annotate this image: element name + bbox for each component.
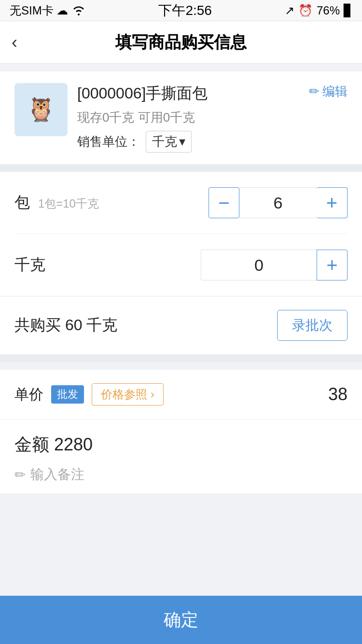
amount-section: 金额 2280 ✏ 输入备注 <box>0 420 362 493</box>
amount-label: 金额 2280 <box>14 434 93 454</box>
status-time: 下午2:56 <box>158 1 212 20</box>
product-unit-row: 销售单位： 千克 ▾ <box>77 131 348 153</box>
status-right: ↗ ⏰ 76% ▊ <box>285 4 352 17</box>
wifi-icon <box>72 6 85 15</box>
unit-label: 销售单位： <box>77 133 140 150</box>
record-batch-button[interactable]: 录批次 <box>277 310 348 341</box>
bao-label: 包 1包=10千克 <box>14 192 209 213</box>
price-reference-button[interactable]: 价格参照 › <box>92 383 164 406</box>
bao-quantity-control: − + <box>209 187 348 218</box>
bao-sublabel: 1包=10千克 <box>38 197 99 210</box>
bao-quantity-input[interactable] <box>239 187 317 218</box>
price-label: 单价 <box>14 385 43 405</box>
kg-label: 千克 <box>14 254 201 276</box>
chevron-down-icon: ▾ <box>179 134 185 149</box>
page-title: 填写商品购买信息 <box>115 31 247 54</box>
summary-text: 共购买 60 千克 <box>14 315 117 336</box>
nav-bar: ‹ 填写商品购买信息 <box>0 21 362 64</box>
section-separator <box>0 164 362 172</box>
bao-increase-button[interactable]: + <box>317 187 348 218</box>
location-icon: ↗ <box>285 4 294 17</box>
status-left: 无SIM卡 ☁ <box>10 3 85 18</box>
product-name: [0000006]手撕面包 <box>77 83 348 104</box>
kg-increase-button[interactable]: + <box>317 250 348 280</box>
note-row[interactable]: ✏ 输入备注 <box>14 465 348 484</box>
battery-level: 76% <box>317 4 340 17</box>
section-separator-2 <box>0 354 362 362</box>
unit-select[interactable]: 千克 ▾ <box>146 131 192 153</box>
input-section: 包 1包=10千克 − + 千克 + <box>0 172 362 296</box>
product-thumbnail: 🦉 <box>14 83 68 136</box>
bao-row: 包 1包=10千克 − + <box>14 172 348 234</box>
summary-row: 共购买 60 千克 录批次 <box>0 296 362 354</box>
price-section: 单价 批发 价格参照 › 38 <box>0 370 362 420</box>
edit-button[interactable]: ✏ 编辑 <box>309 83 348 100</box>
confirm-button[interactable]: 确定 <box>0 596 362 644</box>
product-logo-icon: 🦉 <box>27 96 56 123</box>
pencil-icon: ✏ <box>14 467 26 483</box>
back-button[interactable]: ‹ <box>12 32 17 53</box>
product-stock: 现存0千克 可用0千克 <box>77 109 348 126</box>
product-info: [0000006]手撕面包 现存0千克 可用0千克 销售单位： 千克 ▾ <box>77 83 348 153</box>
sim-label: 无SIM卡 ☁ <box>10 3 68 18</box>
price-value: 38 <box>328 384 348 405</box>
kg-quantity-input[interactable] <box>201 250 317 280</box>
kg-quantity-control: + <box>201 250 348 280</box>
price-type-tag: 批发 <box>51 385 84 404</box>
bao-decrease-button[interactable]: − <box>209 187 239 218</box>
kg-row: 千克 + <box>14 234 348 296</box>
product-card: 🦉 [0000006]手撕面包 现存0千克 可用0千克 销售单位： 千克 ▾ ✏… <box>0 71 362 164</box>
battery-icon: ▊ <box>344 4 352 17</box>
amount-row: 金额 2280 <box>14 433 348 457</box>
edit-icon: ✏ <box>309 84 320 99</box>
status-bar: 无SIM卡 ☁ 下午2:56 ↗ ⏰ 76% ▊ <box>0 0 362 21</box>
note-placeholder: 输入备注 <box>30 465 84 484</box>
alarm-icon: ⏰ <box>298 4 313 17</box>
